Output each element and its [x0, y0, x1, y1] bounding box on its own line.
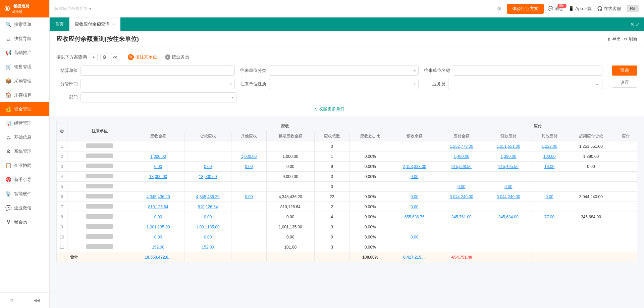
- table-cell[interactable]: [231, 141, 267, 151]
- table-cell[interactable]: [231, 202, 267, 212]
- table-cell[interactable]: [438, 232, 485, 242]
- tab-home[interactable]: 首页: [50, 17, 69, 31]
- tab-close-icon[interactable]: ×: [112, 22, 115, 27]
- table-cell[interactable]: [231, 242, 267, 252]
- sidebar-item-basic[interactable]: 🗂 基础信息: [0, 130, 49, 144]
- setting-btn[interactable]: 设置: [612, 78, 637, 88]
- topbar-gear-icon[interactable]: ⚙: [495, 4, 503, 13]
- table-cell[interactable]: [532, 242, 567, 252]
- tab-expand-btn[interactable]: ⤢: [636, 21, 640, 28]
- table-cell[interactable]: [231, 212, 267, 222]
- table-cell[interactable]: 1,000.00: [231, 151, 267, 162]
- table-cell[interactable]: [438, 242, 485, 252]
- table-cell[interactable]: 0.00: [231, 192, 267, 202]
- table-cell[interactable]: 0.00: [184, 232, 231, 242]
- table-cell[interactable]: 810,126.64: [132, 202, 184, 212]
- table-cell[interactable]: [485, 222, 532, 232]
- setting-scheme-btn[interactable]: ⚙: [100, 53, 108, 61]
- plan-by-partner[interactable]: 财 按往来单位: [124, 53, 160, 61]
- table-cell[interactable]: 0.00: [391, 232, 438, 242]
- partner-nature-select[interactable]: ▾: [269, 79, 419, 89]
- sidebar-item-collab[interactable]: 📋 企业协同: [0, 159, 49, 173]
- table-cell[interactable]: [438, 222, 485, 232]
- table-cell[interactable]: 0.00: [438, 182, 485, 192]
- footer-ar-prepay[interactable]: 6,417,215....: [391, 252, 438, 262]
- table-cell[interactable]: [231, 182, 267, 192]
- table-settings-icon[interactable]: ⚙: [60, 129, 64, 134]
- salesman-input[interactable]: ···: [448, 79, 602, 89]
- table-cell[interactable]: 77.00: [532, 212, 567, 222]
- table-cell[interactable]: [132, 182, 184, 192]
- table-cell[interactable]: 0.00: [184, 162, 231, 172]
- table-cell[interactable]: [485, 172, 532, 182]
- table-cell[interactable]: 655,636.75: [391, 212, 438, 222]
- message-btn[interactable]: 💬 消息 99+: [548, 6, 563, 12]
- sidebar-item-newbie[interactable]: 🎯 新手引导: [0, 173, 49, 187]
- table-cell[interactable]: 152.00: [184, 242, 231, 252]
- table-cell[interactable]: 1,222.00: [532, 141, 567, 151]
- sidebar-item-sales[interactable]: 🛒 销售管理: [0, 60, 49, 74]
- collapse-scheme-btn[interactable]: ≪: [111, 53, 119, 61]
- table-cell[interactable]: [184, 141, 231, 151]
- user-avatar[interactable]: Rit: [627, 6, 639, 11]
- tab-ar-ap[interactable]: 应收应付余额查询 ×: [69, 17, 120, 31]
- footer-ar-amount[interactable]: 19,553,472,6...: [132, 252, 184, 262]
- table-cell[interactable]: [391, 141, 438, 151]
- table-cell[interactable]: [231, 232, 267, 242]
- table-cell[interactable]: 4,345,436.20: [132, 192, 184, 202]
- table-cell[interactable]: [184, 182, 231, 192]
- sidebar-item-operation[interactable]: 📊 经营管理: [0, 116, 49, 130]
- table-cell[interactable]: [532, 202, 567, 212]
- table-cell[interactable]: [532, 222, 567, 232]
- table-cell[interactable]: 0.00: [132, 232, 184, 242]
- export-btn[interactable]: ⬆ 导出: [607, 36, 621, 42]
- sidebar-item-weixin[interactable]: 💬 企业微信: [0, 201, 49, 215]
- sidebar-item-finance[interactable]: 💰 资金管理: [0, 102, 49, 116]
- table-cell[interactable]: [231, 222, 267, 232]
- sidebar-settings-btn[interactable]: ⚙: [5, 295, 19, 305]
- sidebar-item-purchase[interactable]: 📦 采购管理: [0, 74, 49, 88]
- table-cell[interactable]: [532, 182, 567, 192]
- table-cell[interactable]: [532, 172, 567, 182]
- plan-by-salesman[interactable]: ● 按业务员: [162, 53, 193, 61]
- table-cell[interactable]: 810,126.64: [184, 202, 231, 212]
- table-cell[interactable]: [391, 151, 438, 162]
- sidebar-item-member[interactable]: Ⅴ 畅会员: [0, 215, 49, 229]
- table-cell[interactable]: 915,508.56: [438, 162, 485, 172]
- table-cell[interactable]: 152.00: [132, 242, 184, 252]
- table-cell[interactable]: 1,000.00: [132, 151, 184, 162]
- table-cell[interactable]: 1,390.00: [485, 151, 532, 162]
- table-cell[interactable]: [391, 222, 438, 232]
- sidebar-item-search-menu[interactable]: 🔍 搜索菜单: [0, 17, 49, 32]
- table-cell[interactable]: [485, 202, 532, 212]
- dept-select[interactable]: ▾: [80, 92, 236, 102]
- table-cell[interactable]: 0.00: [391, 202, 438, 212]
- collapse-conditions-btn[interactable]: ∧ 收起更多条件: [56, 104, 602, 114]
- dept-manager-select[interactable]: ▾: [80, 79, 235, 89]
- table-cell[interactable]: 3,044,240.00: [485, 192, 532, 202]
- settlement-unit-input[interactable]: ···: [80, 65, 235, 76]
- sidebar-item-inventory[interactable]: 🏠 库存核算: [0, 88, 49, 102]
- table-cell[interactable]: 100.00: [532, 151, 567, 162]
- table-cell[interactable]: [532, 232, 567, 242]
- online-service-btn[interactable]: 🎧 在线客服: [597, 6, 621, 12]
- table-cell[interactable]: 0.00: [132, 212, 184, 222]
- table-cell[interactable]: 0.00: [485, 182, 532, 192]
- table-cell[interactable]: [184, 151, 231, 162]
- query-btn[interactable]: 查询: [612, 65, 637, 76]
- table-cell[interactable]: 0.00: [391, 192, 438, 202]
- tab-close-btn[interactable]: ✕: [630, 21, 634, 28]
- table-cell[interactable]: [132, 141, 184, 151]
- table-cell[interactable]: 1,001,135.00: [132, 222, 184, 232]
- partner-category-select[interactable]: ▾: [269, 65, 419, 76]
- table-cell[interactable]: 345,684.00: [485, 212, 532, 222]
- table-cell[interactable]: 0.00: [184, 212, 231, 222]
- table-cell[interactable]: 1,252,773.00: [438, 141, 485, 151]
- table-cell[interactable]: 345,761.00: [438, 212, 485, 222]
- refresh-btn[interactable]: ↺ 刷新: [624, 36, 637, 42]
- table-cell[interactable]: 4,345,436.20: [184, 192, 231, 202]
- partner-name-input[interactable]: [453, 65, 602, 76]
- table-cell[interactable]: 2,153,333.00: [391, 162, 438, 172]
- sidebar-item-hardware[interactable]: 📡 智能硬件: [0, 187, 49, 201]
- table-cell[interactable]: 0.00: [231, 162, 267, 172]
